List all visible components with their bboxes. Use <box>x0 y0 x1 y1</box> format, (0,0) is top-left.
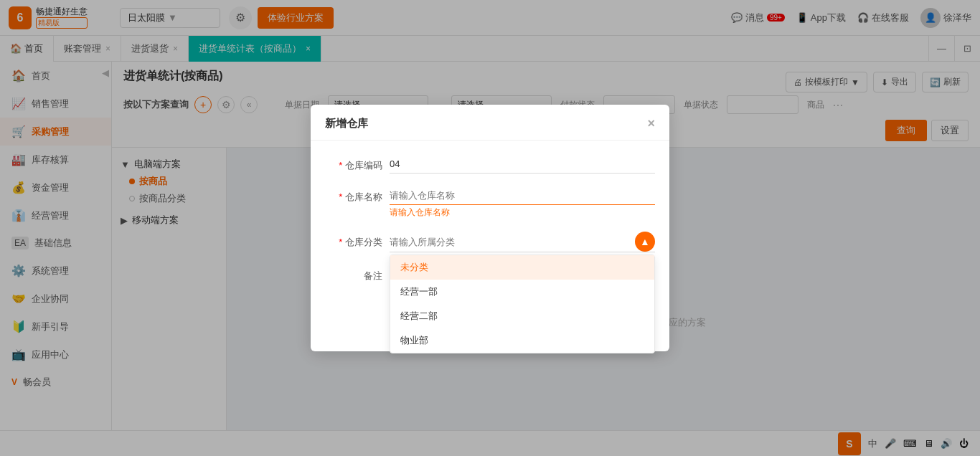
dropdown-item-1[interactable]: 经营一部 <box>390 280 654 304</box>
name-label: 仓库名称 <box>325 186 382 204</box>
dialog-title: 新增仓库 <box>325 117 368 130</box>
form-row-code: 仓库编码 <box>325 155 655 174</box>
form-row-name: 仓库名称 请输入仓库名称 <box>325 186 655 219</box>
category-dropdown: ▲ 未分类 经营一部 经营二部 物业部 <box>390 232 655 252</box>
form-row-category: 仓库分类 ▲ 未分类 经营一部 经营二部 物业部 <box>325 232 655 252</box>
name-input[interactable] <box>390 186 655 205</box>
category-label: 仓库分类 <box>325 232 382 249</box>
category-input[interactable] <box>390 233 635 251</box>
dialog-close-btn[interactable]: × <box>647 116 655 131</box>
dropdown-list: 未分类 经营一部 经营二部 物业部 <box>390 255 655 353</box>
dialog-header: 新增仓库 × <box>311 105 669 141</box>
dropdown-input-row: ▲ <box>390 232 655 252</box>
name-error-msg: 请输入仓库名称 <box>390 206 655 219</box>
dropdown-item-3[interactable]: 物业部 <box>390 328 654 353</box>
note-label: 备注 <box>325 265 382 282</box>
dropdown-item-2[interactable]: 经营二部 <box>390 304 654 328</box>
new-warehouse-dialog: 新增仓库 × 仓库编码 仓库名称 请输入仓库名称 仓库分类 <box>311 105 669 351</box>
dialog-body: 仓库编码 仓库名称 请输入仓库名称 仓库分类 ▲ <box>311 141 669 308</box>
dialog-overlay: 新增仓库 × 仓库编码 仓库名称 请输入仓库名称 仓库分类 <box>0 0 980 456</box>
dropdown-item-0[interactable]: 未分类 <box>390 255 654 280</box>
code-input[interactable] <box>390 155 655 174</box>
dropdown-arrow-btn[interactable]: ▲ <box>635 232 655 252</box>
code-label: 仓库编码 <box>325 155 382 172</box>
name-field-group: 请输入仓库名称 <box>390 186 655 219</box>
